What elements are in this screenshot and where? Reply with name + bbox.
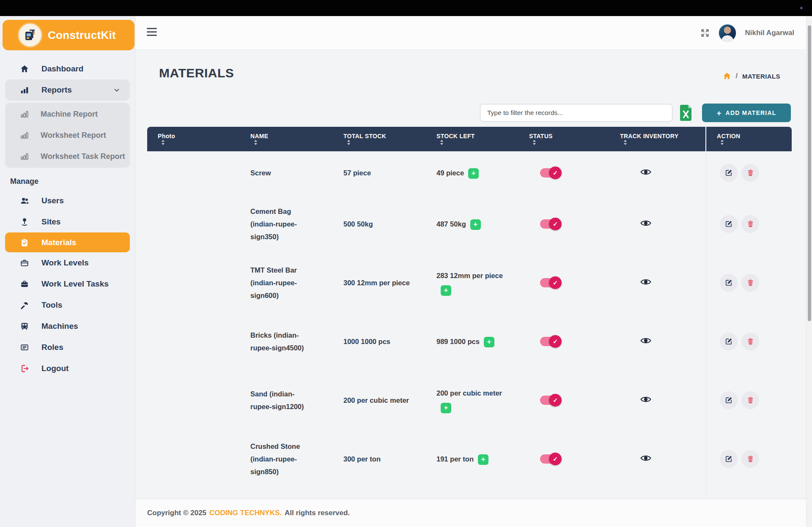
clipboard-icon [19, 238, 30, 247]
chart-outline-icon [19, 131, 30, 140]
add-stock-button[interactable]: + [441, 403, 451, 413]
sidebar-item-label: Work Level Tasks [41, 279, 109, 289]
col-action[interactable]: ACTION [706, 127, 792, 151]
edit-button[interactable] [720, 215, 738, 233]
sidebar-item-label: Work Levels [41, 258, 89, 268]
sidebar-item-roles[interactable]: Roles [0, 337, 135, 358]
eye-icon[interactable] [640, 278, 651, 286]
eye-icon[interactable] [640, 454, 651, 462]
col-photo[interactable]: Photo [147, 127, 240, 151]
sidebar-item-machine-report[interactable]: Machine Report [5, 104, 130, 125]
breadcrumb: / MATERIALS [723, 72, 780, 80]
reports-submenu: Machine Report Worksheet Report [5, 103, 130, 168]
col-track-inventory[interactable]: TRACK INVENTORY [609, 127, 706, 151]
add-stock-button[interactable]: + [478, 454, 488, 465]
status-toggle[interactable]: ✓ [540, 337, 560, 346]
status-toggle[interactable]: ✓ [540, 278, 560, 287]
eye-icon[interactable] [640, 168, 651, 176]
scrollbar-thumb[interactable] [808, 25, 811, 321]
sidebar: ConstructKit Dashboard [0, 16, 135, 527]
col-status[interactable]: STATUS [518, 127, 609, 151]
eye-icon[interactable] [640, 396, 651, 403]
chevron-down-icon [113, 86, 121, 94]
eye-icon[interactable] [640, 337, 651, 344]
total-stock: 57 piece [343, 167, 426, 179]
footer: Copyright © 2025 CODING TECHNYKS. All ri… [135, 499, 812, 527]
material-name: Screw [250, 167, 306, 179]
breadcrumb-current: MATERIALS [742, 73, 780, 80]
page-title: MATERIALS [159, 66, 234, 80]
table-row: Screw 57 piece 49 piece+ ✓ [147, 151, 792, 194]
sidebar-item-reports[interactable]: Reports [5, 79, 130, 101]
material-name: Crushed Stone (indian-rupee-sign850) [250, 440, 306, 478]
rights-text: All rights reserved. [285, 509, 350, 517]
photo-cell [147, 312, 240, 371]
fullscreen-icon[interactable] [700, 28, 710, 38]
sidebar-item-worksheet-report[interactable]: Worksheet Report [5, 125, 130, 146]
sidebar-item-label: Users [41, 196, 64, 205]
status-toggle[interactable]: ✓ [540, 454, 560, 464]
sidebar-item-users[interactable]: Users [0, 190, 135, 211]
table-row: Concrete Blocks [147, 488, 792, 499]
status-toggle[interactable]: ✓ [540, 396, 560, 405]
sidebar-item-label: Dashboard [41, 64, 83, 74]
sidebar-item-work-levels[interactable]: Work Levels [0, 252, 135, 273]
sidebar-item-tools[interactable]: Tools [0, 295, 135, 316]
sidebar-item-logout[interactable]: Logout [0, 358, 135, 379]
vertical-scrollbar[interactable] [806, 16, 812, 527]
col-name[interactable]: NAME [240, 127, 333, 151]
brand-name: ConstructKit [48, 29, 116, 42]
sidebar-item-machines[interactable]: Machines [0, 316, 135, 337]
edit-button[interactable] [720, 391, 738, 409]
delete-button[interactable] [741, 450, 759, 468]
add-stock-button[interactable]: + [468, 168, 479, 179]
status-toggle[interactable]: ✓ [540, 219, 560, 229]
photo-cell [147, 488, 240, 499]
delete-button[interactable] [741, 333, 759, 350]
edit-button[interactable] [720, 274, 738, 292]
add-stock-button[interactable]: + [441, 285, 451, 296]
eye-icon[interactable] [640, 219, 651, 227]
photo-cell [147, 371, 240, 429]
edit-button[interactable] [720, 164, 738, 182]
add-material-button[interactable]: + ADD MATERIAL [702, 104, 791, 122]
sidebar-item-materials[interactable]: Materials [5, 232, 130, 252]
chart-outline-icon [19, 109, 30, 119]
col-total-stock[interactable]: TOTAL STOCK [333, 127, 426, 151]
menu-toggle-button[interactable] [147, 28, 157, 36]
filter-records-input[interactable] [480, 104, 672, 122]
sidebar-item-sites[interactable]: Sites [0, 211, 135, 232]
sidebar-nav: Dashboard Reports [0, 58, 135, 379]
sidebar-item-dashboard[interactable]: Dashboard [0, 58, 135, 79]
photo-cell [147, 253, 240, 312]
sidebar-item-label: Tools [41, 300, 62, 310]
edit-button[interactable] [720, 333, 738, 350]
status-toggle[interactable]: ✓ [540, 168, 560, 177]
delete-button[interactable] [741, 274, 759, 292]
sidebar-item-worksheet-task-report[interactable]: Worksheet Task Report [5, 146, 130, 167]
edit-button[interactable] [720, 450, 738, 468]
breadcrumb-home-icon[interactable] [723, 72, 731, 80]
check-icon: ✓ [549, 218, 562, 230]
hammer-icon [19, 300, 30, 310]
materials-table-wrap: Photo NAME TOTAL STOCK STOCK LEFT STATUS… [147, 127, 792, 499]
user-avatar[interactable] [719, 24, 736, 42]
export-excel-button[interactable] [680, 105, 693, 121]
add-stock-button[interactable]: + [484, 337, 494, 347]
delete-button[interactable] [741, 391, 759, 409]
delete-button[interactable] [741, 164, 759, 182]
stock-left: 200 per cubic meter [436, 389, 502, 397]
table-row: Cement Bag (indian-rupee-sign350) 500 50… [147, 194, 792, 253]
screen: ConstructKit Dashboard [0, 0, 812, 527]
material-name: Cement Bag (indian-rupee-sign350) [250, 205, 306, 243]
brand-logo[interactable]: ConstructKit [3, 20, 134, 50]
sidebar-item-work-level-tasks[interactable]: Work Level Tasks [0, 273, 135, 295]
delete-button[interactable] [741, 215, 759, 233]
footer-brand-link[interactable]: CODING TECHNYKS. [209, 509, 282, 517]
materials-table: Photo NAME TOTAL STOCK STOCK LEFT STATUS… [147, 127, 792, 499]
photo-cell [147, 194, 240, 253]
material-name: TMT Steel Bar (indian-rupee-sign600) [250, 264, 306, 302]
add-stock-button[interactable]: + [470, 219, 481, 230]
col-stock-left[interactable]: STOCK LEFT [426, 127, 518, 151]
chart-outline-icon [19, 152, 30, 161]
